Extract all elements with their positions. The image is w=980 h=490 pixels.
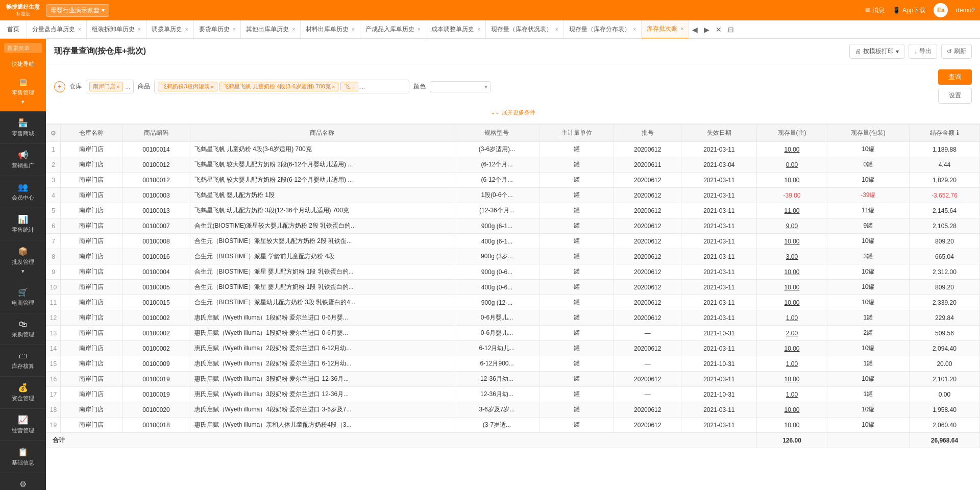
warehouse-tag-close[interactable]: × — [116, 84, 119, 90]
row-qty-main[interactable]: 11.00 — [757, 203, 827, 218]
refresh-btn[interactable]: ↺ 刷新 — [941, 44, 972, 59]
row-qty-main[interactable]: 9.00 — [757, 218, 827, 234]
filter-expand-btn[interactable]: + — [54, 81, 65, 92]
product-tag-2-close[interactable]: × — [332, 84, 335, 90]
row-spec: 0-6月婴儿... — [454, 310, 540, 326]
close-inventory-status[interactable]: × — [555, 27, 558, 32]
close-mix[interactable]: × — [185, 27, 188, 32]
row-qty-main[interactable]: 10.00 — [757, 295, 827, 310]
sidebar-item-finance[interactable]: 💰 资金管理 — [0, 377, 46, 409]
row-qty-main[interactable]: -39.00 — [757, 188, 827, 203]
tab-mix[interactable]: 调拨单历史 × — [146, 20, 194, 39]
sidebar-item-inventory[interactable]: 🗃 库存核算 — [0, 345, 46, 377]
message-btn[interactable]: ✉ 消息 — [865, 6, 885, 15]
product-more-btn[interactable]: ... — [360, 83, 365, 90]
quick-nav-btn[interactable]: 快捷导航 — [0, 57, 46, 71]
tab-prev-btn[interactable]: ◀ — [689, 26, 701, 34]
template-arrow-icon: ▾ — [896, 48, 899, 55]
warehouse-filter[interactable]: 南岸门店 × ... — [86, 80, 134, 93]
tab-material-out[interactable]: 材料出库单历史 × — [301, 20, 360, 39]
tab-product-in[interactable]: 产成品入库单历史 × — [360, 20, 426, 39]
sidebar-item-retail-mgmt[interactable]: ▤ 零售管理 ▾ — [0, 71, 46, 112]
table-row: 15南岸门店00100009惠氏启赋（Wyeth illuma）2段奶粉 爱尔兰… — [46, 356, 980, 372]
sidebar-item-ecommerce[interactable]: 🛒 电商管理 — [0, 281, 46, 313]
avatar[interactable]: Ea — [934, 3, 948, 17]
row-qty-main[interactable]: 0.00 — [757, 157, 827, 173]
sidebar-label-member: 会员中心 — [12, 194, 34, 202]
tab-dismantle[interactable]: 组装拆卸单历史 × — [87, 20, 146, 39]
close-dismantle[interactable]: × — [138, 27, 141, 32]
row-qty-main[interactable]: 10.00 — [757, 280, 827, 295]
row-qty-main[interactable]: 1.00 — [757, 356, 827, 372]
close-split-check[interactable]: × — [78, 27, 81, 32]
row-qty-main[interactable]: 2.00 — [757, 326, 827, 341]
account-dropdown[interactable]: 母婴行业演示账套 ▾ — [46, 4, 109, 17]
search-input[interactable] — [4, 43, 42, 53]
close-material-out[interactable]: × — [352, 27, 355, 32]
member-icon: 👥 — [18, 182, 28, 192]
expand-more-btn[interactable]: ⌄⌄ 展开更多条件 — [54, 107, 972, 118]
tab-next-btn[interactable]: ▶ — [701, 26, 713, 34]
close-batch-voucher[interactable]: × — [680, 26, 683, 32]
table-container: ⚙ 仓库名称 商品编码 商品名称 规格型号 主计量单位 批号 失效日期 现存量(… — [46, 124, 980, 490]
tab-other-out[interactable]: 其他出库单历史 × — [241, 20, 301, 39]
product-filter[interactable]: 飞鹤奶粉3段丙罐装 × 飞鹤星飞帆 儿童奶粉 4段(3-6岁适用) 700克 ×… — [154, 80, 409, 93]
export-btn[interactable]: ↓ 导出 — [909, 44, 937, 59]
close-inventory-dist[interactable]: × — [633, 27, 636, 32]
row-qty-main[interactable]: 10.00 — [757, 372, 827, 387]
basic-icon: 📋 — [18, 447, 28, 457]
sidebar-item-retail-stats[interactable]: 📊 零售统计 — [0, 208, 46, 240]
tab-cost-adjust[interactable]: 成本调整单历史 × — [426, 20, 486, 39]
tab-close-btn[interactable]: ✕ — [713, 26, 725, 34]
app-download-btn[interactable]: 📱 App下载 — [893, 6, 925, 15]
row-qty-main[interactable]: 10.00 — [757, 142, 827, 157]
row-qty-main[interactable]: 1.00 — [757, 387, 827, 402]
close-cost-adjust[interactable]: × — [477, 27, 480, 32]
tab-menu-btn[interactable]: ⊟ — [725, 26, 737, 34]
app-icon: 📱 — [893, 7, 900, 14]
row-unit: 罐 — [540, 356, 614, 372]
sidebar-item-basic[interactable]: 📋 基础信息 — [0, 441, 46, 473]
row-qty-pkg: 1罐 — [827, 387, 909, 402]
product-tag-1-close[interactable]: × — [211, 84, 214, 90]
tab-inventory-dist[interactable]: 现存量（库存分布表） × — [564, 20, 642, 39]
row-unit: 罐 — [540, 326, 614, 341]
row-warehouse: 南岸门店 — [61, 310, 122, 326]
row-qty-main[interactable]: 10.00 — [757, 341, 827, 356]
main-layout: 快捷导航 ▤ 零售管理 ▾ 🏪 零售商城 📢 营销推广 👥 会员中心 📊 零售统… — [0, 39, 980, 490]
col-settings-icon[interactable]: ⚙ — [51, 130, 56, 137]
row-qty-main[interactable]: 1.00 — [757, 310, 827, 326]
expand-more-icon: ⌄⌄ — [491, 109, 500, 116]
row-batch: 20200612 — [614, 280, 681, 295]
sidebar-item-wholesale[interactable]: 📦 批发管理 ▾ — [0, 240, 46, 281]
sidebar-item-member[interactable]: 👥 会员中心 — [0, 176, 46, 208]
close-requisition[interactable]: × — [233, 27, 236, 32]
query-btn[interactable]: 查询 — [938, 69, 972, 85]
row-qty-main[interactable]: 10.00 — [757, 418, 827, 433]
close-other-out[interactable]: × — [292, 27, 295, 32]
row-num: 3 — [46, 173, 61, 188]
tab-home[interactable]: 首页 — [0, 20, 27, 39]
row-qty-main[interactable]: 10.00 — [757, 264, 827, 280]
tab-split-check[interactable]: 分量盘点单历史 × — [27, 20, 87, 39]
username[interactable]: demo2 — [956, 7, 975, 14]
tab-inventory-status[interactable]: 现存量（库存状况表） × — [486, 20, 564, 39]
sidebar-item-marketing[interactable]: 📢 营销推广 — [0, 144, 46, 176]
row-qty-main[interactable]: 10.00 — [757, 234, 827, 249]
tab-batch-voucher[interactable]: 库存批次账 × — [642, 20, 689, 39]
row-qty-main[interactable]: 10.00 — [757, 402, 827, 418]
row-qty-main[interactable]: 10.00 — [757, 173, 827, 188]
tab-requisition[interactable]: 要货单历史 × — [194, 20, 241, 39]
warehouse-more-btn[interactable]: ... — [125, 83, 130, 90]
row-expire: 2021-10-31 — [681, 356, 757, 372]
color-filter[interactable]: ▾ — [430, 81, 491, 92]
sidebar-item-retail-shop[interactable]: 🏪 零售商城 — [0, 112, 46, 144]
sidebar-item-operation[interactable]: 📈 经营管理 — [0, 409, 46, 441]
close-product-in[interactable]: × — [418, 27, 421, 32]
row-qty-pkg: 3罐 — [827, 249, 909, 264]
row-qty-main[interactable]: 3.00 — [757, 249, 827, 264]
sidebar-item-purchase[interactable]: 🛍 采购管理 — [0, 313, 46, 345]
template-print-btn[interactable]: 🖨 按模板打印 ▾ — [849, 44, 904, 59]
settings-btn[interactable]: 设置 — [938, 88, 972, 104]
sidebar-item-system[interactable]: ⚙ 系统管理 — [0, 473, 46, 490]
